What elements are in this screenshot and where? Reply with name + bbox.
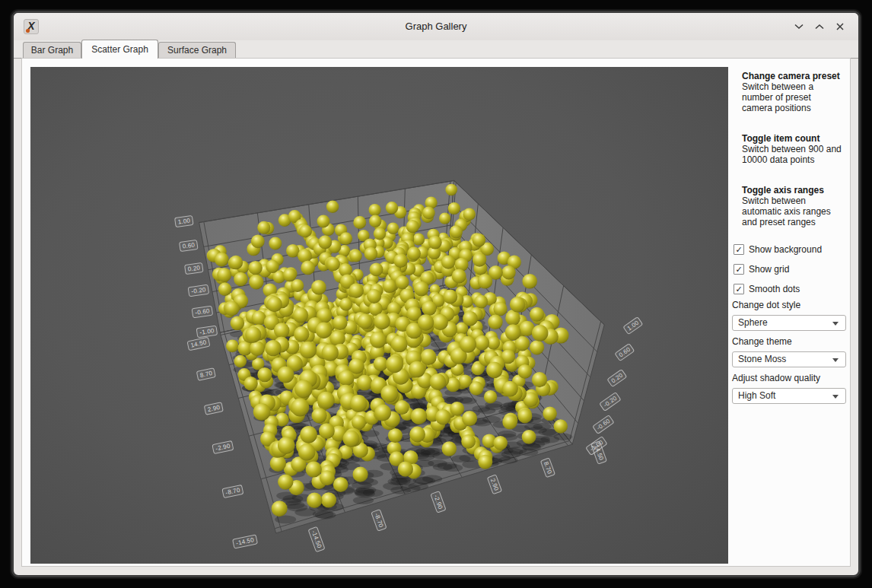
command-button-toggle-axis-ranges[interactable]: Toggle axis rangesSwitch between automat… <box>731 185 842 227</box>
command-button-description: Switch between automatic axis ranges and… <box>742 195 842 227</box>
command-button-toggle-item-count[interactable]: Toggle item countSwitch between 900 and … <box>731 133 842 165</box>
select-label-1: Change theme <box>732 336 792 347</box>
checkbox-show-background[interactable]: ✓Show background <box>734 243 822 256</box>
checkbox-label: Show background <box>749 244 822 255</box>
tab-bar: Bar GraphScatter GraphSurface Graph <box>14 40 858 59</box>
chevron-down-icon <box>832 395 839 399</box>
plot-canvas <box>30 67 728 564</box>
scatter-plot-3d[interactable]: 1.000.600.20-0.20-0.60-1.001.000.600.20-… <box>30 67 728 564</box>
maximize-button[interactable] <box>812 19 827 34</box>
chevron-down-icon <box>832 322 839 326</box>
tab-bar-graph[interactable]: Bar Graph <box>23 42 81 59</box>
window-controls <box>791 13 848 40</box>
command-button-title: Toggle axis ranges <box>742 185 842 195</box>
chevron-up-icon <box>815 24 824 30</box>
combobox-change-dot-style[interactable]: Sphere <box>732 315 846 331</box>
checkbox-label: Smooth dots <box>749 284 800 294</box>
command-button-change-camera-preset[interactable]: Change camera presetSwitch between a num… <box>731 71 842 113</box>
checkbox-box[interactable]: ✓ <box>734 284 744 294</box>
window-title: Graph Gallery <box>14 13 858 40</box>
combobox-change-theme[interactable]: Stone Moss <box>732 351 846 367</box>
command-button-description: Switch between 900 and 10000 data points <box>742 144 842 165</box>
app-window: X Graph Gallery Bar GraphScatter GraphSu… <box>11 11 861 577</box>
command-button-title: Change camera preset <box>742 71 842 81</box>
chevron-down-icon <box>794 24 804 30</box>
content-pane: 1.000.600.20-0.20-0.60-1.001.000.600.20-… <box>21 58 851 567</box>
close-icon <box>836 23 844 30</box>
title-bar[interactable]: X Graph Gallery <box>14 13 858 40</box>
checkbox-smooth-dots[interactable]: ✓Smooth dots <box>734 283 800 295</box>
close-button[interactable] <box>832 19 848 34</box>
combobox-value: High Soft <box>738 390 775 401</box>
command-button-title: Toggle item count <box>742 133 842 144</box>
tab-surface-graph[interactable]: Surface Graph <box>158 42 236 59</box>
tab-scatter-graph[interactable]: Scatter Graph <box>81 40 158 59</box>
checkbox-label: Show grid <box>749 264 789 275</box>
chevron-down-icon <box>832 358 839 362</box>
minimize-button[interactable] <box>791 19 807 34</box>
checkbox-show-grid[interactable]: ✓Show grid <box>734 263 789 275</box>
combobox-adjust-shadow-quality[interactable]: High Soft <box>732 388 846 404</box>
command-button-description: Switch between a number of preset camera… <box>742 81 842 113</box>
select-label-2: Adjust shadow quality <box>732 373 820 383</box>
combobox-value: Stone Moss <box>738 354 786 364</box>
select-label-0: Change dot style <box>732 300 800 310</box>
checkbox-box[interactable]: ✓ <box>734 244 744 255</box>
checkbox-box[interactable]: ✓ <box>734 264 744 275</box>
sidebar: Change camera presetSwitch between a num… <box>731 58 849 567</box>
combobox-value: Sphere <box>738 317 768 328</box>
